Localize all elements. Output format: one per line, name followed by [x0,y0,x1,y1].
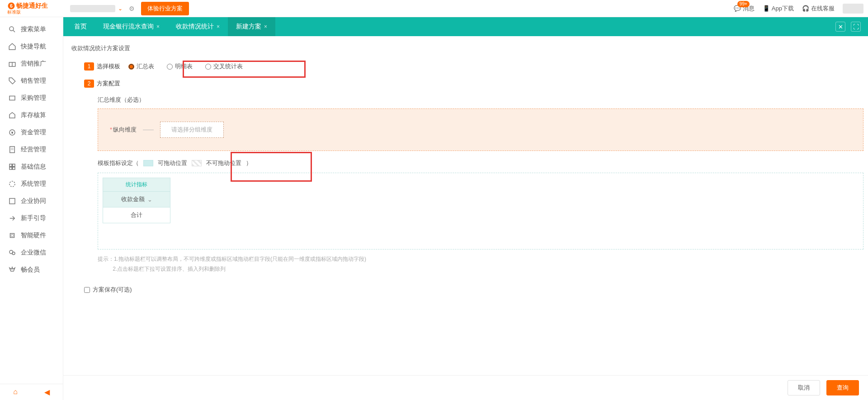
sidebar-item-12[interactable]: 智能硬件 [0,227,63,244]
step-1-number: 1 [84,62,94,71]
tab-0[interactable]: 首页 [66,17,95,36]
sidebar-item-14[interactable]: 畅会员 [0,261,63,278]
svg-rect-6 [9,96,15,100]
doc-icon [8,146,16,154]
indicator-grid[interactable]: 统计指标 收款金额 ⌄ 合计 [98,173,863,249]
sidebar-item-7[interactable]: 经营管理 [0,141,63,158]
tag-icon [8,77,16,85]
cancel-button[interactable]: 取消 [788,380,820,395]
svg-rect-18 [10,234,14,238]
sidebar-item-4[interactable]: 采购管理 [0,89,63,107]
edition-label: 标准版 [7,9,21,15]
sidebar: 搜索菜单快捷导航营销推广销售管理采购管理库存核算¥资金管理经营管理基础信息系统管… [0,17,63,400]
tab-close-icon[interactable]: × [217,24,220,30]
sidebar-item-2[interactable]: 营销推广 [0,55,63,72]
svg-rect-17 [9,198,15,204]
save-plan-label: 方案保存(可选) [93,286,132,294]
fullscreen-icon[interactable]: ⛶ [851,22,861,32]
ring-icon [8,180,16,188]
settings-icon[interactable]: ⚙ [129,5,135,12]
dimension-title: 汇总维度（必选） [98,96,863,104]
search-icon [8,25,16,33]
app-download-link[interactable]: 📱App下载 [763,5,794,13]
svg-rect-15 [13,167,15,169]
indicator-amount-cell[interactable]: 收款金额 ⌄ [103,192,170,207]
draggable-swatch-icon [143,160,153,166]
tab-close-icon[interactable]: × [264,24,267,30]
company-selector[interactable]: ⌄ [70,5,123,12]
sidebar-item-13[interactable]: 企业微信 [0,244,63,261]
save-plan-checkbox[interactable] [84,287,90,293]
svg-rect-12 [9,164,12,166]
coin-icon: ¥ [8,128,16,136]
dimension-box: *纵向维度 请选择分组维度 [98,108,863,151]
step-1-header: 1 选择模板 汇总表明细表交叉统计表 [84,62,863,71]
messages-link[interactable]: 💬 消息 99+ [734,5,755,13]
template-radio-2[interactable]: 交叉统计表 [205,62,243,71]
sidebar-item-9[interactable]: 系统管理 [0,175,63,193]
submit-button[interactable]: 查询 [826,380,859,395]
sidebar-item-8[interactable]: 基础信息 [0,158,63,175]
home-icon [8,42,16,51]
cpu-icon [8,231,16,240]
step-2-header: 2 方案配置 [84,80,863,88]
board-icon [8,197,16,205]
try-industry-button[interactable]: 体验行业方案 [141,2,189,15]
sidebar-item-11[interactable]: 新手引导 [0,210,63,227]
phone-icon: 📱 [763,5,770,12]
svg-line-3 [13,30,15,32]
page-title: 收款情况统计方案设置 [71,44,863,52]
svg-text:6: 6 [10,3,13,8]
svg-point-2 [9,27,14,31]
indicator-card[interactable]: 统计指标 收款金额 ⌄ 合计 [103,178,170,223]
sidebar-footer-home-icon[interactable]: ⌂ [13,388,18,396]
message-badge: 99+ [737,1,750,7]
user-avatar[interactable] [843,4,863,14]
vertical-dim-label: *纵向维度 [110,126,137,134]
svg-point-16 [9,181,15,187]
tab-1[interactable]: 现金银行流水查询× [95,17,168,36]
tab-3[interactable]: 新建方案× [228,17,275,36]
online-service-link[interactable]: 🎧在线客服 [802,5,835,13]
app-logo: 6 畅捷通好生 标准版 [5,2,57,15]
sidebar-item-10[interactable]: 企业协同 [0,193,63,210]
wechat-icon [8,249,16,257]
sidebar-item-0[interactable]: 搜索菜单 [0,21,63,38]
indicator-title: 模板指标设定（ 可拖动位置 不可拖动位置 ） [98,159,863,167]
house-icon [8,111,16,119]
vip-icon [8,266,16,274]
indicator-total-cell: 合计 [103,207,170,223]
svg-text:¥: ¥ [11,131,14,135]
tabs-bar: 首页现金银行流水查询×收款情况统计×新建方案× ✕ ⛶ [63,17,868,36]
close-tab-icon[interactable]: ✕ [835,22,845,32]
sidebar-item-6[interactable]: ¥资金管理 [0,124,63,141]
cart-icon [8,94,16,102]
sidebar-item-1[interactable]: 快捷导航 [0,38,63,55]
svg-rect-13 [13,164,15,166]
template-radio-0[interactable]: 汇总表 [128,62,154,71]
arrow-icon [8,214,16,222]
tab-close-icon[interactable]: × [156,24,160,30]
svg-rect-19 [11,235,14,237]
gift-icon [8,60,16,68]
indicator-card-header: 统计指标 [103,178,170,192]
headset-icon: 🎧 [802,5,809,12]
step-2-number: 2 [84,80,94,88]
footer-actions: 取消 查询 [63,375,868,400]
grid-icon [8,163,16,171]
sidebar-footer-collapse-icon[interactable]: ◀ [44,388,50,396]
chevron-down-icon: ⌄ [118,5,123,12]
hints-text: 提示：1.拖动标题栏可以调整布局，不可跨维度或指标区域拖动栏目字段(只能在同一维… [98,249,863,274]
dimension-select[interactable]: 请选择分组维度 [160,122,224,138]
chevron-down-icon: ⌄ [147,196,152,203]
svg-rect-14 [9,167,12,169]
tab-2[interactable]: 收款情况统计× [168,17,228,36]
sidebar-item-5[interactable]: 库存核算 [0,107,63,124]
locked-swatch-icon [192,160,202,166]
template-radio-1[interactable]: 明细表 [167,62,193,71]
sidebar-item-3[interactable]: 销售管理 [0,72,63,89]
